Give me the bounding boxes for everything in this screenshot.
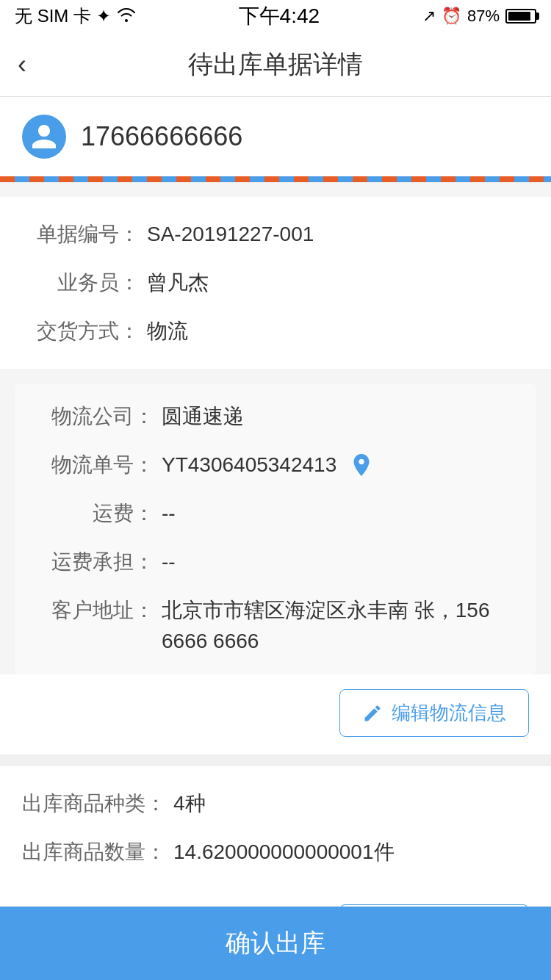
battery-percent: 87%	[467, 7, 500, 26]
delivery-method-value: 物流	[147, 316, 529, 347]
freight-bearer-value: --	[162, 547, 514, 577]
goods-types-row: 出库商品种类： 4种	[22, 788, 529, 819]
sales-person-row: 业务员： 曾凡杰	[22, 267, 529, 298]
status-bar-time: 下午4:42	[239, 2, 320, 30]
avatar	[22, 115, 66, 159]
logistics-section: 物流公司： 圆通速递 物流单号： YT43064053424​13 运费： --…	[15, 383, 536, 674]
dashed-divider	[0, 176, 551, 182]
sales-person-label: 业务员：	[22, 267, 140, 298]
freight-value: --	[162, 498, 514, 529]
order-info-section: 单据编号： SA-20191227-001 业务员： 曾凡杰 交货方式： 物流	[0, 197, 551, 369]
address-row: 客户地址： 北京市市辖区海淀区永丰南 张，156 6666 6666	[37, 595, 514, 657]
alarm-icon: ⏰	[442, 7, 461, 26]
user-header: 17666666666	[0, 97, 551, 176]
user-phone: 17666666666	[81, 121, 242, 152]
order-no-label: 单据编号：	[22, 219, 140, 250]
sim-status: 无 SIM 卡 ✦	[15, 4, 111, 28]
confirm-button-label: 确认出库	[226, 926, 325, 960]
tracking-no-value: YT43064053424​13	[162, 450, 514, 480]
logistics-company-label: 物流公司：	[37, 401, 154, 432]
goods-quantity-row: 出库商品数量： 14.620000000000001件	[22, 837, 529, 868]
logistics-company-row: 物流公司： 圆通速递	[37, 401, 514, 432]
delivery-method-row: 交货方式： 物流	[22, 316, 529, 347]
edit-logistics-label: 编辑物流信息	[392, 700, 506, 726]
battery-icon	[505, 9, 536, 24]
edit-logistics-btn-container: 编辑物流信息	[0, 674, 551, 754]
goods-types-value: 4种	[173, 788, 529, 819]
map-pin-icon[interactable]	[348, 452, 375, 478]
status-bar: 无 SIM 卡 ✦ 下午4:42 ↗ ⏰ 87%	[0, 0, 551, 32]
status-bar-left: 无 SIM 卡 ✦	[15, 4, 136, 28]
freight-row: 运费： --	[37, 498, 514, 529]
back-button[interactable]: ‹	[18, 49, 26, 80]
goods-section: 出库商品种类： 4种 出库商品数量： 14.620000000000001件	[0, 766, 551, 890]
confirm-button[interactable]: 确认出库	[0, 907, 551, 980]
nav-bar: ‹ 待出库单据详情	[0, 32, 551, 97]
freight-bearer-row: 运费承担： --	[37, 547, 514, 577]
address-value: 北京市市辖区海淀区永丰南 张，156 6666 6666	[162, 595, 514, 657]
freight-label: 运费：	[37, 498, 154, 529]
freight-bearer-label: 运费承担：	[37, 547, 154, 577]
tracking-no-row: 物流单号： YT43064053424​13	[37, 450, 514, 480]
gray-separator-1	[0, 754, 551, 766]
edit-logistics-button[interactable]: 编辑物流信息	[339, 689, 529, 737]
status-bar-right: ↗ ⏰ 87%	[422, 7, 536, 26]
logistics-company-value: 圆通速递	[162, 401, 514, 432]
page-title: 待出库单据详情	[188, 48, 363, 82]
delivery-method-label: 交货方式：	[22, 316, 140, 347]
goods-quantity-label: 出库商品数量：	[22, 837, 166, 868]
address-label: 客户地址：	[37, 595, 154, 626]
tracking-no-label: 物流单号：	[37, 450, 154, 480]
edit-icon	[362, 703, 383, 724]
location-service-icon: ↗	[422, 7, 436, 26]
order-no-value: SA-20191227-001	[147, 219, 529, 250]
order-no-row: 单据编号： SA-20191227-001	[22, 219, 529, 250]
wifi-icon	[117, 6, 136, 26]
goods-quantity-value: 14.620000000000001件	[173, 837, 529, 868]
goods-types-label: 出库商品种类：	[22, 788, 166, 819]
user-icon	[29, 122, 59, 151]
sales-person-value: 曾凡杰	[147, 267, 529, 298]
